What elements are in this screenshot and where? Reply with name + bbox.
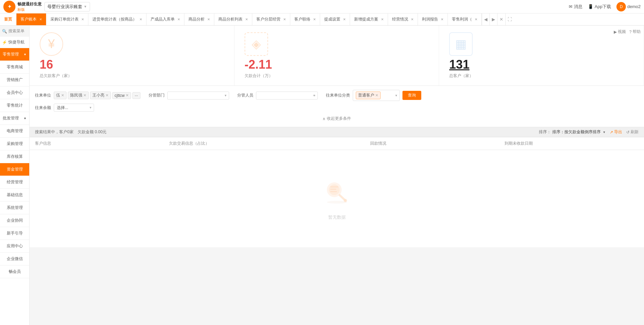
tab-nav-prev[interactable]: ◀	[482, 13, 489, 26]
svg-rect-5	[330, 186, 338, 187]
workspace-selector[interactable]: 母婴行业演示账套 ▼	[44, 2, 90, 11]
sidebar-item-enterprise-wechat[interactable]: 企业微信	[0, 253, 29, 265]
collapse-row: ∧ 收起更多条件	[35, 114, 639, 123]
tab-close-icon[interactable]: ✕	[441, 17, 443, 21]
col-header-date: 到期未收款日期	[505, 141, 639, 146]
retail-mall-label: 零售商城	[7, 65, 23, 69]
sidebar-item-enterprise-collab[interactable]: 企业协同	[0, 214, 29, 227]
sidebar-item-retail-stats[interactable]: 零售统计	[0, 99, 29, 112]
tab-close-icon[interactable]: ✕	[411, 17, 414, 21]
tab-close-icon[interactable]: ✕	[343, 17, 346, 21]
export-icon: ↗	[610, 130, 613, 135]
sidebar-search[interactable]: 🔍 搜索菜单	[0, 26, 29, 37]
tab-close-icon[interactable]: ✕	[283, 17, 286, 21]
product-inbound-tab-label: 产成品入库单	[151, 16, 175, 22]
incoming-stats-tab-label: 进货单统计表（按商品）	[92, 16, 137, 22]
tag-remove-wang[interactable]: ✕	[105, 93, 109, 98]
tab-new-promotion[interactable]: 新增提成方案 ✕	[350, 13, 388, 26]
empty-text: 暂无数据	[328, 214, 346, 220]
profit-report-tab-label: 利润报告	[422, 16, 438, 22]
tab-incoming-stats[interactable]: 进货单统计表（按商品） ✕	[88, 13, 146, 26]
svg-point-4	[344, 199, 347, 202]
export-btn[interactable]: ↗ 导出	[610, 129, 622, 135]
query-button[interactable]: 查询	[402, 91, 421, 100]
tab-close-icon[interactable]: ✕	[313, 17, 316, 21]
svg-rect-6	[330, 189, 336, 190]
filter-tag-more[interactable]: ···	[132, 92, 140, 99]
tab-close-icon[interactable]: ✕	[177, 17, 180, 21]
sidebar-item-retail-mall[interactable]: 零售商城	[0, 61, 29, 74]
sidebar-item-app-center[interactable]: 应用中心	[0, 240, 29, 253]
sidebar-item-system-mgmt[interactable]: 系统管理	[0, 202, 29, 214]
sidebar-item-retail-mgmt[interactable]: 零售管理 ▼	[0, 48, 29, 61]
video-help-btn[interactable]: ▶ 视频	[614, 29, 626, 35]
stat-block-amount: ◈ -2.11 欠款合计（万）	[234, 26, 439, 85]
help-btn[interactable]: ? 帮助	[629, 29, 641, 35]
tab-purchase-order[interactable]: 采购订单统计表 ✕	[46, 13, 88, 26]
tag-remove-cjttcw[interactable]: ✕	[126, 93, 129, 98]
stat-icon-building: ▦	[449, 32, 473, 56]
tab-close-icon[interactable]: ✕	[475, 17, 477, 21]
tab-operation-status[interactable]: 经营情况 ✕	[388, 13, 418, 26]
tab-close-icon[interactable]: ✕	[245, 17, 248, 21]
tag-remove-wu[interactable]: ✕	[61, 93, 64, 98]
tab-customer-segment[interactable]: 客户分层经营 ✕	[252, 13, 290, 26]
sidebar-item-purchase-mgmt[interactable]: 采购管理	[0, 138, 29, 150]
sidebar-item-basic-info[interactable]: 基础信息	[0, 189, 29, 202]
sidebar-item-marketing[interactable]: 营销推广	[0, 74, 29, 86]
tab-nav-close-all[interactable]: ✕	[497, 13, 505, 26]
tab-nav-fullscreen[interactable]: ⛶	[505, 13, 514, 26]
staff-select[interactable]	[256, 92, 318, 100]
sidebar-item-inventory-check[interactable]: 库存核算	[0, 150, 29, 163]
sidebar-item-quick-nav[interactable]: ⚡ 快捷导航	[0, 37, 29, 48]
tag-text-wu: 伍	[56, 93, 60, 98]
message-btn[interactable]: ✉ 消息	[569, 4, 583, 10]
tab-promotion-settings[interactable]: 提成设置 ✕	[320, 13, 350, 26]
operation-status-tab-label: 经营情况	[392, 16, 408, 22]
tab-product-analysis-list[interactable]: 商品分析列表 ✕	[214, 13, 252, 26]
remainder-select[interactable]: 选择...	[54, 104, 94, 112]
app-download-btn[interactable]: 📱 App下载	[588, 4, 611, 10]
sidebar-item-member-center[interactable]: 会员中心	[0, 86, 29, 99]
sidebar-item-wholesale-mgmt[interactable]: 批发管理 ▼	[0, 112, 29, 125]
quick-nav-label: 快捷导航	[8, 39, 25, 45]
tab-retail-profit[interactable]: 零售利润（ ✕	[448, 13, 482, 26]
tab-close-icon[interactable]: ✕	[139, 17, 142, 21]
unit-label: 往来单位	[35, 93, 51, 98]
tab-close-icon[interactable]: ✕	[207, 17, 210, 21]
tag-remove-chen[interactable]: ✕	[83, 93, 86, 98]
tab-close-icon[interactable]: ✕	[39, 17, 42, 21]
refresh-btn[interactable]: ↺ 刷新	[626, 129, 639, 135]
chevron-down-icon: ▼	[84, 5, 87, 8]
tab-close-icon[interactable]: ✕	[81, 17, 84, 21]
help-label: 帮助	[633, 29, 641, 35]
stat-amount-value: -2.11	[245, 57, 272, 72]
sidebar-item-new-guide[interactable]: 新手引导	[0, 227, 29, 240]
logo-area: ✦ 畅捷通好生意 标版	[3, 1, 42, 13]
data-table: 客户信息 欠款交易信息（占比） 回款情况 到期未收款日期	[30, 137, 644, 247]
tab-home[interactable]: 首页	[0, 13, 16, 26]
unit-type-select[interactable]: 普通客户 ✕	[353, 90, 400, 101]
sidebar-item-operation-mgmt[interactable]: 经营管理	[0, 176, 29, 189]
tab-profit-report[interactable]: 利润报告 ✕	[418, 13, 448, 26]
svg-rect-7	[330, 191, 337, 192]
sidebar-item-fund-mgmt[interactable]: 资金管理	[0, 163, 29, 176]
unit-type-remove[interactable]: ✕	[375, 93, 378, 98]
operation-mgmt-label: 经营管理	[7, 180, 23, 184]
sidebar-item-member-vip[interactable]: 畅会员	[0, 265, 29, 278]
tab-nav-next[interactable]: ▶	[489, 13, 497, 26]
video-label: 视频	[618, 29, 626, 35]
user-profile[interactable]: D demo2	[616, 2, 641, 11]
tab-product-analysis[interactable]: 商品分析 ✕	[184, 13, 214, 26]
sort-select[interactable]: 排序： 排序：按欠款金额倒序排序 ▼	[539, 129, 606, 135]
collapse-btn[interactable]: ∧ 收起更多条件	[35, 116, 639, 121]
dept-select[interactable]	[167, 92, 229, 100]
enterprise-wechat-label: 企业微信	[7, 256, 23, 261]
sidebar-item-ecommerce-mgmt[interactable]: 电商管理	[0, 125, 29, 138]
tab-close-icon[interactable]: ✕	[381, 17, 384, 21]
tab-customer-contact[interactable]: 客户联络 ✕	[290, 13, 320, 26]
tab-customer-book[interactable]: 客户账本 ✕	[16, 13, 46, 26]
tab-product-inbound[interactable]: 产成品入库单 ✕	[146, 13, 184, 26]
tab-bar: 首页 客户账本 ✕ 采购订单统计表 ✕ 进货单统计表（按商品） ✕ 产成品入库单…	[0, 13, 644, 26]
sort-down-icon: ▼	[603, 131, 606, 134]
